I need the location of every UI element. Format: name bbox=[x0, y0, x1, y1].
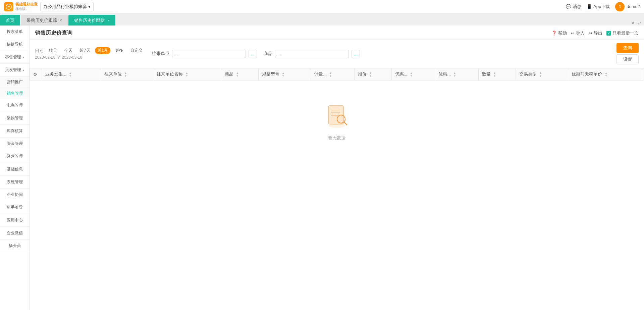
product-input[interactable] bbox=[275, 50, 349, 58]
table-col-discount2[interactable]: 优惠... ▲▼ bbox=[435, 68, 479, 81]
import-btn[interactable]: ↩ 导入 bbox=[571, 30, 585, 36]
tab-maximize-icon[interactable]: ⤢ bbox=[638, 20, 641, 25]
table-col-partner-code[interactable]: 往来单位 ▲▼ bbox=[101, 68, 153, 81]
table-col-pre-discount-price[interactable]: 优惠前无税单价 ▲▼ bbox=[568, 68, 644, 81]
table-col-quantity[interactable]: 数量 ▲▼ bbox=[479, 68, 516, 81]
export-icon: ↪ bbox=[589, 31, 592, 36]
purchase-history-tab-close[interactable]: × bbox=[60, 18, 62, 23]
sidebar-enterprise-collab-label: 企业协同 bbox=[7, 192, 23, 198]
date-tab-last7days[interactable]: 近7天 bbox=[77, 47, 93, 54]
date-tab-more[interactable]: 更多 bbox=[112, 47, 126, 54]
query-btn[interactable]: 查询 bbox=[616, 43, 639, 53]
only-last-checkbox[interactable]: ✓ 只看最后一次 bbox=[606, 30, 639, 36]
sidebar-item-inventory[interactable]: 库存核算 bbox=[0, 125, 29, 138]
tab-close-all-icon[interactable]: ✕ bbox=[631, 20, 635, 25]
app-download-btn[interactable]: 📱 App下载 bbox=[587, 4, 610, 10]
sidebar-enterprise-wechat-label: 企业微信 bbox=[7, 230, 23, 236]
main-layout: 搜索菜单 快捷导航 零售管理 ▾ 批发管理 ▴ 营销推广 销售管理 电商管理 采… bbox=[0, 25, 644, 310]
retail-mgmt-arrow-icon: ▾ bbox=[22, 55, 24, 59]
empty-state: 暂无数据 bbox=[30, 81, 644, 161]
sidebar-item-beginner-guide[interactable]: 新手引导 bbox=[0, 201, 29, 214]
sidebar-item-enterprise-wechat[interactable]: 企业微信 bbox=[0, 227, 29, 240]
settings-btn[interactable]: 设置 bbox=[616, 54, 639, 64]
sidebar-ecommerce-label: 电商管理 bbox=[7, 103, 23, 108]
tab-home[interactable]: 首页 bbox=[0, 15, 20, 25]
table-col-partner-name[interactable]: 往来单位名称 ▲▼ bbox=[153, 68, 221, 81]
table-col-discount1[interactable]: 优惠... ▲▼ bbox=[391, 68, 435, 81]
date-tab-last1month[interactable]: 近1月 bbox=[95, 47, 111, 54]
help-btn[interactable]: ❓ 帮助 bbox=[551, 30, 567, 36]
product-label: 商品 bbox=[264, 51, 272, 57]
sort-partner-code-icon: ▲▼ bbox=[124, 71, 127, 78]
sidebar-item-wholesale-mgmt[interactable]: 批发管理 ▴ bbox=[0, 64, 29, 76]
user-area[interactable]: D demo2 bbox=[615, 2, 640, 11]
sidebar-item-quick-nav[interactable]: 快捷导航 bbox=[0, 38, 29, 51]
sidebar-sales-mgmt-label: 销售管理 bbox=[7, 91, 23, 96]
sales-history-tab-close[interactable]: × bbox=[107, 18, 110, 23]
sidebar-item-purchase[interactable]: 采购管理 bbox=[0, 112, 29, 125]
export-btn[interactable]: ↪ 导出 bbox=[589, 30, 602, 36]
partner-ellipsis-btn[interactable]: ... bbox=[249, 50, 257, 58]
sidebar-item-basic-info[interactable]: 基础信息 bbox=[0, 163, 29, 176]
sidebar-wholesale-label: 批发管理 bbox=[5, 67, 21, 73]
sidebar-item-operations[interactable]: 经营管理 bbox=[0, 150, 29, 163]
header-right: 💬 消息 📱 App下载 D demo2 bbox=[566, 2, 640, 11]
table-col-biz-date[interactable]: 业务发生... ▲▼ bbox=[42, 68, 101, 81]
table-col-price[interactable]: 报价 ▲▼ bbox=[354, 68, 391, 81]
sidebar-quick-nav-label: 快捷导航 bbox=[7, 42, 23, 47]
help-icon: ❓ bbox=[551, 31, 557, 36]
partner-input[interactable] bbox=[172, 50, 246, 58]
sidebar-beginner-guide-label: 新手引导 bbox=[7, 205, 23, 210]
table-col-trade-type[interactable]: 交易类型 ▲▼ bbox=[516, 68, 568, 81]
header-left: 畅捷通好生意 标准版 办公用品行业模拟账套 ▾ bbox=[4, 2, 94, 11]
product-filter-group: 商品 ... bbox=[264, 50, 360, 58]
table-col-gear: ⚙ bbox=[30, 68, 42, 81]
sidebar-operations-label: 经营管理 bbox=[7, 154, 23, 159]
page-content: 销售历史价查询 ❓ 帮助 ↩ 导入 ↪ 导出 ✓ bbox=[30, 25, 644, 310]
table-col-product[interactable]: 商品 ▲▼ bbox=[221, 68, 258, 81]
sort-discount2-icon: ▲▼ bbox=[453, 71, 456, 78]
logo-icon bbox=[4, 2, 13, 11]
page-header: 销售历史价查询 ❓ 帮助 ↩ 导入 ↪ 导出 ✓ bbox=[30, 25, 644, 40]
sidebar-item-sales-mgmt[interactable]: 销售管理 bbox=[0, 88, 29, 99]
app-selector[interactable]: 办公用品行业模拟账套 ▾ bbox=[40, 2, 94, 11]
sidebar-item-enterprise-collab[interactable]: 企业协同 bbox=[0, 189, 29, 201]
date-tab-custom[interactable]: 自定义 bbox=[128, 47, 145, 54]
date-tab-yesterday[interactable]: 昨天 bbox=[46, 47, 60, 54]
sort-biz-date-icon: ▲▼ bbox=[69, 71, 71, 78]
data-table: ⚙ 业务发生... ▲▼ 往来单位 ▲▼ 往来单位名称 bbox=[30, 68, 644, 81]
sidebar-item-ecommerce[interactable]: 电商管理 bbox=[0, 99, 29, 112]
wholesale-mgmt-arrow-icon: ▴ bbox=[22, 68, 24, 72]
content-area: 销售历史价查询 ❓ 帮助 ↩ 导入 ↪ 导出 ✓ bbox=[30, 25, 644, 310]
sidebar-item-retail-mgmt[interactable]: 零售管理 ▾ bbox=[0, 51, 29, 64]
sales-history-tab-label: 销售历史价跟踪 bbox=[74, 17, 105, 23]
date-tab-today[interactable]: 今天 bbox=[62, 47, 75, 54]
sidebar: 搜索菜单 快捷导航 零售管理 ▾ 批发管理 ▴ 营销推广 销售管理 电商管理 采… bbox=[0, 25, 30, 310]
data-table-wrapper: ⚙ 业务发生... ▲▼ 往来单位 ▲▼ 往来单位名称 bbox=[30, 68, 644, 310]
checkbox-icon: ✓ bbox=[606, 31, 611, 36]
gear-icon[interactable]: ⚙ bbox=[33, 72, 37, 77]
sidebar-item-search-menu[interactable]: 搜索菜单 bbox=[0, 25, 29, 38]
filter-date-block: 日期 昨天 今天 近7天 近1月 更多 自定义 2023-02-18 至 202… bbox=[35, 47, 145, 60]
message-btn[interactable]: 💬 消息 bbox=[566, 4, 581, 10]
sort-price-icon: ▲▼ bbox=[369, 71, 372, 78]
sidebar-item-marketing[interactable]: 营销推广 bbox=[0, 76, 29, 88]
sidebar-item-finance[interactable]: 资金管理 bbox=[0, 138, 29, 150]
sort-discount1-icon: ▲▼ bbox=[410, 71, 413, 78]
svg-line-8 bbox=[344, 122, 347, 125]
sidebar-item-app-center[interactable]: 应用中心 bbox=[0, 214, 29, 227]
sidebar-search-menu-label: 搜索菜单 bbox=[7, 29, 23, 35]
table-col-unit[interactable]: 计量... ▲▼ bbox=[311, 68, 355, 81]
tab-bar: 首页 采购历史价跟踪 × 销售历史价跟踪 × ✕ ⤢ bbox=[0, 13, 644, 25]
page-title: 销售历史价查询 bbox=[35, 30, 72, 37]
sidebar-basic-info-label: 基础信息 bbox=[7, 166, 23, 172]
partner-label: 往来单位 bbox=[152, 51, 169, 57]
tab-sales-history[interactable]: 销售历史价跟踪 × bbox=[68, 15, 115, 25]
empty-icon bbox=[322, 101, 352, 131]
tab-purchase-history[interactable]: 采购历史价跟踪 × bbox=[21, 15, 68, 25]
sidebar-item-member[interactable]: 畅会员 bbox=[0, 240, 29, 252]
date-filter-row: 日期 昨天 今天 近7天 近1月 更多 自定义 bbox=[35, 47, 145, 54]
table-col-spec[interactable]: 规格型号 ▲▼ bbox=[258, 68, 311, 81]
sidebar-item-system-mgmt[interactable]: 系统管理 bbox=[0, 176, 29, 189]
product-ellipsis-btn[interactable]: ... bbox=[352, 50, 360, 58]
